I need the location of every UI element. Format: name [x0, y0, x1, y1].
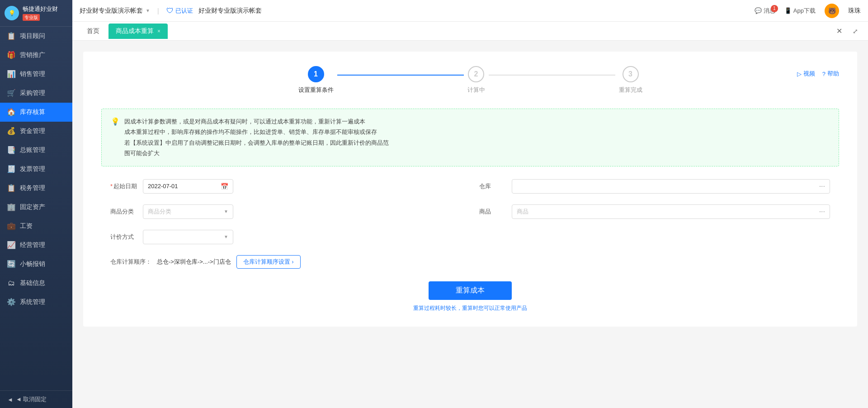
- step-3: 3 重算完成: [619, 66, 642, 94]
- start-date-label: *起始日期: [110, 182, 137, 190]
- sidebar-item-label: 营销推广: [20, 51, 45, 59]
- message-badge: 1: [771, 5, 778, 12]
- sidebar-item-ops[interactable]: 📈 经营管理: [0, 236, 72, 255]
- warehouse-label: 仓库: [479, 182, 506, 190]
- tab-cost-recalc[interactable]: 商品成本重算 ×: [108, 24, 168, 39]
- sidebar-item-label: 项目顾问: [20, 32, 45, 40]
- sidebar-item-label: 工资: [20, 222, 33, 230]
- account-selector[interactable]: 好业财专业版演示帐套: [80, 7, 143, 15]
- start-date-field: *起始日期 2022-07-01 📅: [110, 179, 461, 194]
- sidebar-item-assets[interactable]: 🏢 固定资产: [0, 198, 72, 217]
- panel-close-button[interactable]: ✕: [834, 26, 844, 37]
- topbar-company: 好业财专业版演示帐套: [198, 7, 262, 15]
- recalculate-button[interactable]: 重算成本: [429, 281, 512, 300]
- video-link[interactable]: ▷ 视频: [797, 70, 815, 78]
- step-1: 1 设置重算条件: [298, 66, 334, 94]
- warehouse-order-label: 仓库计算顺序：: [110, 258, 151, 266]
- purchase-icon: 🛒: [7, 89, 15, 97]
- step-1-label: 设置重算条件: [298, 86, 334, 94]
- sidebar-item-finance[interactable]: 💰 资金管理: [0, 122, 72, 141]
- sidebar-item-salary[interactable]: 💼 工资: [0, 217, 72, 236]
- sidebar-item-accounting[interactable]: 📑 总账管理: [0, 141, 72, 160]
- marketing-icon: 🎁: [7, 51, 15, 59]
- ops-icon: 📈: [7, 241, 15, 249]
- sidebar-item-system[interactable]: ⚙️ 系统管理: [0, 293, 72, 312]
- sidebar-item-invoice[interactable]: 🧾 发票管理: [0, 160, 72, 179]
- sidebar-item-label: 采购管理: [20, 89, 45, 97]
- sidebar-item-base[interactable]: 🗂 基础信息: [0, 274, 72, 293]
- form-row-3: 计价方式 ▼: [110, 230, 830, 244]
- sidebar-item-sales[interactable]: 📊 销售管理: [0, 65, 72, 84]
- tab-close-icon[interactable]: ×: [157, 28, 160, 34]
- tab-home[interactable]: 首页: [80, 24, 107, 39]
- sidebar-item-purchase[interactable]: 🛒 采购管理: [0, 84, 72, 103]
- category-select[interactable]: 商品分类 ▼: [143, 204, 233, 219]
- category-label: 商品分类: [110, 208, 137, 216]
- topbar-account[interactable]: 好业财专业版演示帐套 ▼: [80, 7, 150, 15]
- sidebar-item-expense[interactable]: 🔄 小畅报销: [0, 255, 72, 274]
- expense-icon: 🔄: [7, 260, 15, 268]
- required-marker: *: [110, 183, 113, 190]
- goods-more-icon[interactable]: ···: [819, 208, 825, 216]
- sidebar: 💡 畅捷通好业财 专业版 📋 项目顾问 🎁 营销推广 📊 销售管理 🛒 采购管理…: [0, 0, 72, 408]
- sidebar-item-label: 基础信息: [20, 279, 45, 287]
- goods-label: 商品: [479, 208, 506, 216]
- dropdown-icon: ▼: [146, 8, 150, 13]
- play-icon: ▷: [797, 71, 802, 77]
- sidebar-item-inventory[interactable]: 🏠 库存核算: [0, 103, 72, 122]
- sidebar-item-marketing[interactable]: 🎁 营销推广: [0, 46, 72, 65]
- sidebar-item-tax[interactable]: 📋 税务管理: [0, 179, 72, 198]
- start-date-value: 2022-07-01: [148, 183, 217, 190]
- panel-expand-button[interactable]: ⤢: [850, 26, 861, 37]
- unpin-icon: ◄: [7, 396, 13, 403]
- step-1-circle: 1: [308, 66, 324, 82]
- step-2: 2 计算中: [467, 66, 485, 94]
- info-box: 💡 因成本计算参数调整，或是对商品成本有疑问时，可以通过成本重算功能，重新计算一…: [101, 109, 839, 166]
- topbar: 好业财专业版演示帐套 ▼ | 🛡 已认证 好业财专业版演示帐套 💬 消息 1 📱…: [72, 0, 868, 22]
- sidebar-item-project[interactable]: 📋 项目顾问: [0, 27, 72, 46]
- form-section: *起始日期 2022-07-01 📅 仓库 ···: [101, 179, 839, 312]
- help-icon: ?: [822, 71, 826, 77]
- user-name[interactable]: 珠珠: [848, 7, 861, 15]
- verified-icon: 🛡: [166, 7, 174, 15]
- sidebar-logo: 💡 畅捷通好业财 专业版: [0, 0, 72, 27]
- accounting-icon: 📑: [7, 146, 15, 154]
- message-button[interactable]: 💬 消息 1: [755, 7, 775, 15]
- more-icon[interactable]: ···: [819, 182, 825, 190]
- form-row-1: *起始日期 2022-07-01 📅 仓库 ···: [110, 179, 830, 194]
- warehouse-order-setting-button[interactable]: 仓库计算顺序设置 ›: [236, 255, 301, 269]
- calendar-icon[interactable]: 📅: [221, 183, 228, 190]
- app-logo-text: 畅捷通好业财 专业版: [23, 5, 58, 21]
- help-link[interactable]: ? 帮助: [822, 70, 839, 78]
- warehouse-input[interactable]: ···: [512, 179, 830, 194]
- inventory-icon: 🏠: [7, 108, 15, 116]
- topbar-right: 💬 消息 1 📱 App下载 🐻 珠珠: [755, 4, 861, 18]
- sidebar-item-label: 库存核算: [20, 108, 45, 116]
- warehouse-order-row: 仓库计算顺序： 总仓->深圳仓库->...->门店仓 仓库计算顺序设置 ›: [110, 255, 830, 269]
- price-method-select[interactable]: ▼: [143, 230, 233, 244]
- main-area: 好业财专业版演示帐套 ▼ | 🛡 已认证 好业财专业版演示帐套 💬 消息 1 📱…: [72, 0, 868, 408]
- step-3-label: 重算完成: [619, 86, 642, 94]
- sidebar-unpin-button[interactable]: ◄ ◄ 取消固定: [0, 390, 72, 408]
- price-method-field: 计价方式 ▼: [110, 230, 461, 244]
- tax-icon: 📋: [7, 184, 15, 192]
- sidebar-item-label: 系统管理: [20, 298, 45, 306]
- start-date-input[interactable]: 2022-07-01 📅: [143, 179, 233, 194]
- content-area: 1 设置重算条件 2 计算中 3 重算完成: [72, 41, 868, 408]
- sidebar-item-label: 税务管理: [20, 184, 45, 192]
- topbar-verified: 🛡 已认证: [166, 7, 193, 15]
- goods-input[interactable]: 商品 ···: [512, 204, 830, 219]
- category-dropdown-icon: ▼: [224, 209, 228, 214]
- tab-cost-label: 商品成本重算: [116, 27, 154, 35]
- sidebar-menu: 📋 项目顾问 🎁 营销推广 📊 销售管理 🛒 采购管理 🏠 库存核算 💰 资金管…: [0, 27, 72, 390]
- info-line-2: 成本重算过程中，影响库存账的操作均不能操作，比如进货单、销货单、库存单据不能审核…: [124, 127, 389, 137]
- phone-icon: 📱: [784, 7, 792, 14]
- stepper: 1 设置重算条件 2 计算中 3 重算完成: [101, 66, 839, 94]
- invoice-icon: 🧾: [7, 165, 15, 173]
- app-download-button[interactable]: 📱 App下载: [784, 7, 816, 15]
- tabs-bar: 首页 商品成本重算 × ✕ ⤢: [72, 22, 868, 41]
- tab-home-label: 首页: [87, 27, 99, 35]
- user-avatar[interactable]: 🐻: [825, 4, 839, 18]
- form-row-2: 商品分类 商品分类 ▼ 商品 商品 ···: [110, 204, 830, 219]
- step-2-circle: 2: [468, 66, 484, 82]
